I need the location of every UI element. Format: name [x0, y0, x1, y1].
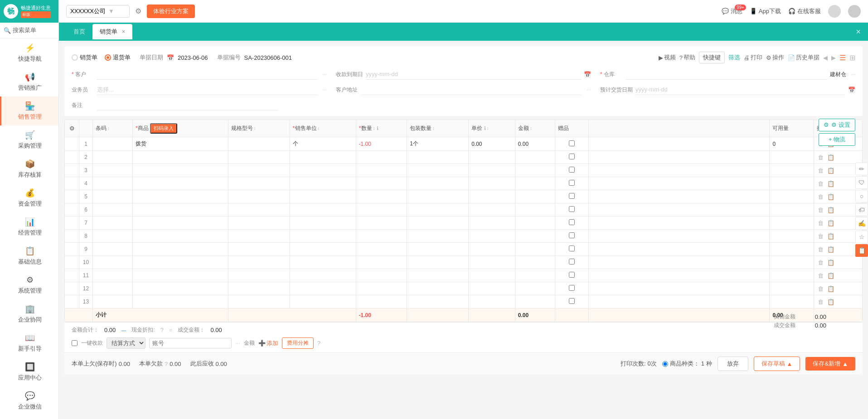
cell-pack[interactable]: [407, 217, 469, 230]
cell-spec[interactable]: [228, 269, 290, 282]
cell-price[interactable]: [469, 203, 515, 217]
salesperson-more[interactable]: ···: [322, 87, 327, 93]
cell-gift[interactable]: [555, 295, 588, 308]
float-orange-btn[interactable]: 📋: [855, 244, 868, 257]
delete-icon[interactable]: 🗑: [818, 233, 824, 240]
company-selector[interactable]: XXXXXX公司 ▼: [66, 5, 130, 18]
cell-price[interactable]: 0.00: [469, 137, 515, 151]
delete-icon[interactable]: 🗑: [818, 207, 824, 213]
cell-amount[interactable]: 0.00: [515, 137, 555, 151]
cell-unit[interactable]: [290, 295, 356, 308]
cell-unit[interactable]: [290, 282, 356, 295]
cell-gift[interactable]: [555, 137, 588, 151]
cell-price[interactable]: [469, 164, 515, 177]
cell-qty[interactable]: [356, 203, 407, 217]
cell-unit[interactable]: [290, 243, 356, 256]
cell-price[interactable]: [469, 282, 515, 295]
cell-price[interactable]: [469, 177, 515, 190]
sidebar-item-system[interactable]: ⚙ 系统管理: [0, 270, 58, 299]
cell-gift[interactable]: [555, 256, 588, 269]
cell-spec[interactable]: [228, 217, 290, 230]
cell-price[interactable]: [469, 230, 515, 243]
customer-input[interactable]: [97, 69, 318, 80]
cell-barcode[interactable]: [93, 256, 133, 269]
cell-gift[interactable]: [555, 164, 588, 177]
cell-pack[interactable]: [407, 151, 469, 164]
cell-qty[interactable]: [356, 217, 407, 230]
copy-icon[interactable]: 📋: [827, 154, 834, 161]
expense-hint[interactable]: ?: [317, 340, 320, 347]
sidebar-item-wechat[interactable]: 💬 企业微信: [0, 386, 58, 415]
settings-btn[interactable]: ⚙ ⚙ 设置: [819, 119, 855, 131]
radio-return[interactable]: 退货单: [105, 53, 131, 62]
trial-btn[interactable]: 体验行业方案: [147, 5, 195, 18]
settings-icon[interactable]: ⚙: [135, 7, 141, 15]
sort-icon6[interactable]: ↕: [487, 126, 489, 131]
cell-pack[interactable]: [407, 230, 469, 243]
cell-product[interactable]: [132, 243, 228, 256]
cell-spec[interactable]: [228, 203, 290, 217]
cell-qty[interactable]: [356, 295, 407, 308]
copy-icon[interactable]: 📋: [827, 220, 834, 226]
cell-spec[interactable]: [228, 151, 290, 164]
cell-price[interactable]: [469, 295, 515, 308]
filter-link[interactable]: 筛选: [728, 53, 740, 62]
cell-product[interactable]: [132, 230, 228, 243]
sidebar-item-purchase[interactable]: 🛒 采购管理: [0, 125, 58, 154]
cell-gift[interactable]: [555, 217, 588, 230]
cell-unit[interactable]: [290, 203, 356, 217]
cell-barcode[interactable]: [93, 282, 133, 295]
sort-icon5[interactable]: ↕: [432, 126, 435, 131]
cell-pack[interactable]: [407, 295, 469, 308]
total-hint[interactable]: —: [121, 327, 126, 333]
calendar-icon[interactable]: 📅: [167, 54, 174, 61]
cell-spec[interactable]: [228, 164, 290, 177]
receivable-date-input[interactable]: [366, 69, 581, 80]
save-draft-btn[interactable]: 保存草稿 ▲: [754, 356, 800, 371]
tab-close-icon[interactable]: ×: [122, 28, 126, 35]
app-download-btn[interactable]: 📱 App下载: [750, 7, 781, 15]
product-type-radio[interactable]: [662, 361, 668, 367]
delete-icon[interactable]: 🗑: [818, 154, 824, 161]
cell-spec[interactable]: [228, 190, 290, 203]
cell-pack[interactable]: 1个: [407, 137, 469, 151]
calendar-icon3[interactable]: 📅: [848, 87, 855, 93]
cell-spec[interactable]: [228, 256, 290, 269]
cell-unit[interactable]: 个: [290, 137, 356, 151]
tab-home[interactable]: 首页: [66, 24, 92, 39]
print-link[interactable]: 🖨 打印: [744, 53, 762, 62]
add-btn[interactable]: ➕ 添加: [258, 339, 278, 347]
cell-qty[interactable]: [356, 190, 407, 203]
sidebar-item-operations[interactable]: 📊 经营管理: [0, 212, 58, 241]
cell-price[interactable]: [469, 190, 515, 203]
sidebar-item-quick-nav[interactable]: ⚡ 快捷导航: [0, 39, 58, 67]
float-shield-btn[interactable]: 🛡: [855, 176, 868, 189]
list-view-icon[interactable]: ☰: [839, 53, 846, 62]
cell-product[interactable]: [132, 164, 228, 177]
cell-unit[interactable]: [290, 190, 356, 203]
copy-icon[interactable]: 📋: [827, 167, 834, 174]
avatar2[interactable]: [848, 5, 861, 18]
cell-spec[interactable]: [228, 282, 290, 295]
cell-qty[interactable]: [356, 164, 407, 177]
save-new-btn[interactable]: 保存&新增 ▲: [805, 357, 855, 371]
sort-icon7[interactable]: ↕: [530, 126, 532, 131]
cell-barcode[interactable]: [93, 217, 133, 230]
cell-unit[interactable]: [290, 217, 356, 230]
cell-amount[interactable]: [515, 256, 555, 269]
cell-qty[interactable]: [356, 269, 407, 282]
cell-pack[interactable]: [407, 256, 469, 269]
cell-amount[interactable]: [515, 190, 555, 203]
expense-btn[interactable]: 费用分摊: [282, 337, 314, 349]
cell-pack[interactable]: [407, 203, 469, 217]
cell-gift[interactable]: [555, 269, 588, 282]
delete-icon[interactable]: 🗑: [818, 246, 824, 253]
delete-icon[interactable]: 🗑: [818, 272, 824, 279]
abandon-btn[interactable]: 放弃: [718, 356, 748, 371]
cell-barcode[interactable]: [93, 269, 133, 282]
cell-barcode[interactable]: [93, 164, 133, 177]
copy-icon[interactable]: 📋: [827, 207, 834, 213]
cell-gift[interactable]: [555, 230, 588, 243]
logistics-btn[interactable]: + 物流: [819, 133, 855, 146]
cell-amount[interactable]: [515, 151, 555, 164]
